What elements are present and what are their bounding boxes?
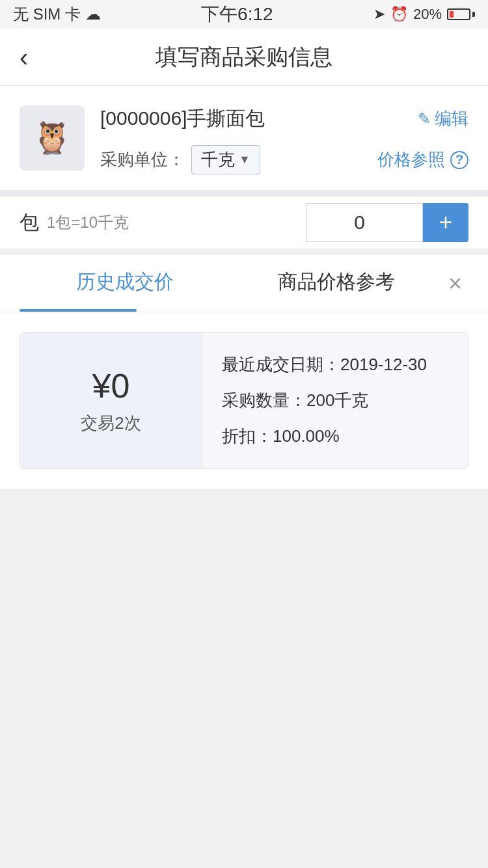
- sim-label: 无 SIM 卡 ☁: [13, 4, 101, 25]
- product-info: [0000006]手撕面包 ✎ 编辑 采购单位： 千克 ▼ 价格参照: [100, 105, 468, 174]
- product-name: [0000006]手撕面包: [100, 105, 265, 132]
- header: ‹ 填写商品采购信息: [0, 29, 488, 86]
- battery-label: 20%: [413, 6, 442, 23]
- dropdown-arrow-icon: ▼: [239, 153, 251, 167]
- history-content: ¥0 交易2次 最近成交日期：2019-12-30 采购数量：200千克 折扣：…: [0, 312, 488, 489]
- purchase-unit-label: 采购单位：: [100, 148, 185, 171]
- edit-button[interactable]: ✎ 编辑: [418, 107, 468, 130]
- trade-count-label: 交易2次: [81, 412, 141, 435]
- edit-label: 编辑: [435, 107, 468, 130]
- purchase-unit-row: 采购单位： 千克 ▼: [100, 145, 260, 174]
- trade-discount-row: 折扣：100.00%: [222, 424, 448, 449]
- trade-price-section: ¥0 交易2次: [20, 332, 202, 468]
- unit-label: 包: [20, 210, 39, 236]
- tab-price-reference[interactable]: 商品价格参考: [230, 269, 441, 298]
- trade-discount-label: 折扣：: [222, 426, 273, 446]
- quantity-plus-button[interactable]: +: [423, 203, 468, 242]
- unit-info: 包 1包=10千克: [20, 210, 129, 236]
- help-icon: ?: [450, 151, 468, 169]
- trade-date-value: 2019-12-30: [340, 355, 427, 374]
- trade-qty-row: 采购数量：200千克: [222, 388, 448, 413]
- price-reference-button[interactable]: 价格参照 ?: [377, 148, 468, 171]
- status-left: 无 SIM 卡 ☁: [13, 4, 101, 25]
- product-section: 🦉 [0000006]手撕面包 ✎ 编辑 采购单位： 千克 ▼: [0, 86, 488, 190]
- unit-dropdown[interactable]: 千克 ▼: [191, 145, 260, 174]
- tab-history-price[interactable]: 历史成交价: [20, 269, 230, 298]
- trade-discount-value: 100.00%: [273, 426, 340, 446]
- trade-date-row: 最近成交日期：2019-12-30: [222, 352, 448, 377]
- trade-qty-value: 200千克: [306, 390, 368, 410]
- product-image: 🦉: [20, 105, 85, 170]
- status-time: 下午6:12: [201, 2, 273, 27]
- page-title: 填写商品采购信息: [156, 42, 332, 72]
- quantity-input[interactable]: [306, 203, 423, 242]
- quantity-section: 包 1包=10千克 +: [0, 197, 488, 249]
- status-bar: 无 SIM 卡 ☁ 下午6:12 ➤ ⏰ 20%: [0, 0, 488, 29]
- trade-card: ¥0 交易2次 最近成交日期：2019-12-30 采购数量：200千克 折扣：…: [20, 332, 468, 469]
- tabs-close-button[interactable]: ×: [442, 264, 468, 304]
- tab-underline-indicator: [20, 309, 137, 312]
- section-divider: [0, 190, 488, 197]
- back-button[interactable]: ‹: [20, 44, 28, 70]
- unit-value: 千克: [201, 148, 235, 171]
- trade-date-label: 最近成交日期：: [222, 355, 340, 374]
- page-background: [0, 489, 488, 749]
- trade-price-value: ¥0: [92, 366, 130, 405]
- battery-icon: [447, 8, 475, 20]
- product-logo-icon: 🦉: [33, 120, 72, 156]
- price-ref-label: 价格参照: [377, 148, 445, 171]
- quantity-control: +: [306, 203, 468, 242]
- tabs-section: 历史成交价 商品价格参考 × ¥0 交易2次 最近成交日期：2019-12-30…: [0, 255, 488, 489]
- edit-icon: ✎: [418, 110, 431, 128]
- trade-details-section: 最近成交日期：2019-12-30 采购数量：200千克 折扣：100.00%: [202, 332, 468, 468]
- location-icon: ➤: [373, 6, 385, 23]
- trade-qty-label: 采购数量：: [222, 390, 306, 410]
- unit-sub-label: 1包=10千克: [47, 212, 129, 233]
- tabs-header: 历史成交价 商品价格参考 ×: [0, 255, 488, 312]
- status-right: ➤ ⏰ 20%: [373, 6, 475, 23]
- alarm-icon: ⏰: [390, 6, 408, 23]
